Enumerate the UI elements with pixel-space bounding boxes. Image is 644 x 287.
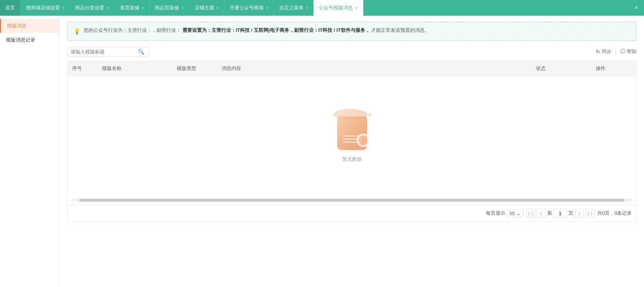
help-icon: ⓘ (620, 48, 625, 55)
table-header-col-4: 状态 (531, 61, 591, 76)
top-nav: 首页微商城店铺设置×商品分类设置×首页装修×商品页装修×店铺主题×开通公众号商城… (0, 0, 644, 16)
page-label-after: 页 (568, 210, 573, 217)
global-close-button[interactable]: × (629, 4, 644, 11)
nav-item-5[interactable]: 店铺主题× (189, 0, 224, 16)
nav-item-7[interactable]: 自定义菜单× (274, 0, 314, 16)
table-header: 序号模版名称模版类型消息内容状态操作 (68, 61, 636, 76)
page-navigation: ❮❮ ❮ 第 页 ❯ ❯❯ (526, 209, 594, 218)
table-header-col-1: 模版名称 (98, 61, 172, 76)
nav-close-2[interactable]: × (107, 6, 109, 10)
pagination: 每页显示 50 ⌄ ❮❮ ❮ 第 页 ❯ ❯❯ 共0页，0条记录 (68, 205, 636, 222)
nav-close-3[interactable]: × (142, 6, 144, 10)
bulb-icon: 💡 (74, 27, 81, 36)
magnify-icon (357, 134, 370, 147)
nav-close-4[interactable]: × (181, 6, 184, 10)
nav-item-2[interactable]: 商品分类设置× (70, 0, 114, 16)
chevron-down-icon: ⌄ (517, 211, 521, 216)
nav-close-6[interactable]: × (266, 6, 268, 10)
sidebar: 模版消息模版消息记录 (0, 16, 60, 287)
data-table: 序号模版名称模版类型消息内容状态操作 ✦ 暂无数据 (67, 61, 637, 222)
nav-item-1[interactable]: 微商城店铺设置× (21, 0, 70, 16)
search-input-wrap: 🔍 (67, 47, 150, 57)
nav-item-4[interactable]: 商品页装修× (150, 0, 189, 16)
sync-icon: ↻ (596, 49, 600, 55)
nav-close-8[interactable]: × (355, 6, 357, 10)
nav-item-3[interactable]: 首页装修× (115, 0, 150, 16)
page-size-selector: 每页显示 50 ⌄ (486, 210, 523, 217)
total-info: 共0页，0条记录 (597, 210, 632, 217)
nav-item-6[interactable]: 开通公众号商城× (224, 0, 274, 16)
nav-close-1[interactable]: × (62, 6, 64, 10)
nav-close-7[interactable]: × (306, 6, 308, 10)
page-label-before: 第 (547, 210, 552, 217)
info-banner-text: 您的公众号行业为：主营行业：，副营行业： 需要设置为：主营行业：IT科技 / 互… (84, 27, 429, 34)
first-page-button[interactable]: ❮❮ (526, 209, 535, 218)
search-icon[interactable]: 🔍 (138, 49, 144, 55)
page-number-input[interactable] (554, 209, 567, 218)
sidebar-item-1[interactable]: 模版消息记录 (0, 33, 59, 47)
page-size-value: 50 (509, 211, 515, 216)
table-header-col-3: 消息内容 (217, 61, 531, 76)
sparkle-icon: ✦ (367, 111, 373, 119)
table-header-col-0: 序号 (68, 61, 98, 76)
last-page-button[interactable]: ❯❯ (585, 209, 594, 218)
sidebar-item-0[interactable]: 模版消息 (0, 19, 59, 33)
help-button[interactable]: ⓘ 帮助 (620, 48, 637, 55)
prev-page-button[interactable]: ❮ (537, 209, 546, 218)
content-area: 💡 您的公众号行业为：主营行业：，副营行业： 需要设置为：主营行业：IT科技 /… (60, 16, 644, 287)
scroll-track[interactable] (71, 199, 633, 202)
nav-item-8[interactable]: 公众号模版消息× (314, 0, 363, 16)
info-highlight: 需要设置为：主营行业：IT科技 / 互联网|电子商务，副营行业：IT科技 / I… (182, 27, 370, 33)
search-input[interactable] (71, 49, 138, 55)
search-actions: ↻ 同步 | ⓘ 帮助 (596, 48, 637, 55)
scroll-track-container (68, 199, 636, 202)
table-header-col-2: 模版类型 (172, 61, 217, 76)
main-layout: 模版消息模版消息记录 💡 您的公众号行业为：主营行业：，副营行业： 需要设置为：… (0, 16, 644, 287)
page-size-label: 每页显示 (486, 210, 505, 217)
nav-close-5[interactable]: × (216, 6, 219, 10)
empty-text: 暂无数据 (342, 156, 362, 163)
table-header-col-5: 操作 (591, 61, 636, 76)
info-banner: 💡 您的公众号行业为：主营行业：，副营行业： 需要设置为：主营行业：IT科技 /… (67, 22, 637, 41)
divider: | (615, 49, 616, 55)
nav-item-0[interactable]: 首页 (0, 0, 21, 16)
sync-button[interactable]: ↻ 同步 (596, 48, 611, 55)
empty-illustration: ✦ (330, 109, 375, 150)
table-body: ✦ 暂无数据 (68, 76, 636, 196)
scroll-thumb (79, 199, 625, 202)
search-bar: 🔍 ↻ 同步 | ⓘ 帮助 (67, 47, 637, 57)
next-page-button[interactable]: ❯ (575, 209, 584, 218)
page-size-select-box[interactable]: 50 ⌄ (507, 210, 523, 217)
